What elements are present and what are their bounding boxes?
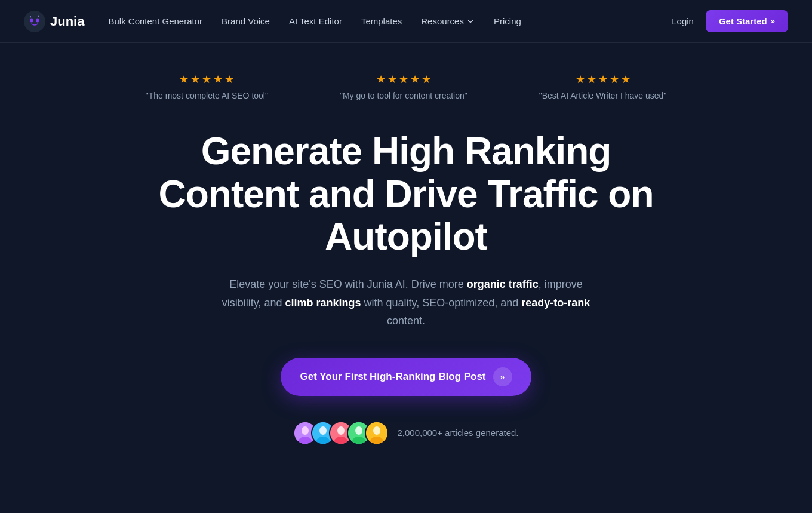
- star-icon: ★: [202, 73, 211, 86]
- cta-label: Get Your First High-Ranking Blog Post: [300, 371, 485, 383]
- hero-subtitle: Elevate your site's SEO with Junia AI. D…: [209, 275, 603, 330]
- navbar-right: Login Get Started »: [672, 10, 788, 32]
- avatar-5: [365, 421, 389, 445]
- stars-1: ★ ★ ★ ★ ★: [179, 73, 234, 86]
- star-icon: ★: [598, 73, 608, 86]
- cta-button[interactable]: Get Your First High-Ranking Blog Post »: [281, 358, 531, 396]
- nav-links: Bulk Content Generator Brand Voice AI Te…: [108, 16, 521, 26]
- star-icon: ★: [587, 73, 596, 86]
- double-chevron-icon: »: [771, 17, 775, 26]
- logo[interactable]: Junia: [24, 11, 84, 32]
- svg-point-10: [337, 426, 345, 435]
- star-icon: ★: [224, 73, 234, 86]
- features-row: AI writer Generate comprehensive people-…: [0, 493, 812, 513]
- subtitle-end: content.: [387, 315, 425, 327]
- navbar: Junia Bulk Content Generator Brand Voice…: [0, 0, 812, 43]
- review-item-2: ★ ★ ★ ★ ★ "My go to tool for content cre…: [340, 73, 467, 100]
- stars-3: ★ ★ ★ ★ ★: [576, 73, 630, 86]
- star-icon: ★: [190, 73, 200, 86]
- review-text-1: "The most complete AI SEO tool": [146, 91, 268, 100]
- resources-link[interactable]: Resources: [421, 16, 475, 26]
- svg-point-7: [319, 426, 327, 435]
- reviews-row: ★ ★ ★ ★ ★ "The most complete AI SEO tool…: [146, 73, 667, 100]
- star-icon: ★: [610, 73, 619, 86]
- pricing-link[interactable]: Pricing: [494, 16, 521, 26]
- subtitle-plain: Elevate your site's SEO with Junia AI. D…: [229, 278, 467, 290]
- login-button[interactable]: Login: [672, 16, 694, 26]
- svg-point-0: [24, 11, 45, 32]
- star-icon: ★: [179, 73, 189, 86]
- junia-logo-icon: [24, 11, 45, 32]
- review-item-1: ★ ★ ★ ★ ★ "The most complete AI SEO tool…: [146, 73, 268, 100]
- svg-point-4: [302, 426, 309, 435]
- resources-label: Resources: [421, 16, 464, 26]
- avatars-row: 2,000,000+ articles generated.: [293, 421, 518, 445]
- star-icon: ★: [576, 73, 585, 86]
- star-icon: ★: [376, 73, 386, 86]
- articles-count-text: 2,000,000+ articles generated.: [397, 428, 518, 438]
- get-started-label: Get Started: [719, 16, 767, 26]
- subtitle-bold-1: organic traffic: [467, 278, 539, 290]
- star-icon: ★: [410, 73, 420, 86]
- get-started-button[interactable]: Get Started »: [706, 10, 788, 32]
- avatar-image-5: [366, 422, 387, 444]
- subtitle-mid-2: with quality, SEO-optimized, and: [361, 297, 521, 309]
- star-icon: ★: [213, 73, 223, 86]
- star-icon: ★: [399, 73, 408, 86]
- svg-point-1: [30, 18, 33, 22]
- ai-text-editor-link[interactable]: AI Text Editor: [289, 16, 342, 26]
- svg-point-13: [355, 426, 362, 435]
- navbar-left: Junia Bulk Content Generator Brand Voice…: [24, 11, 521, 32]
- star-icon: ★: [621, 73, 630, 86]
- brand-voice-link[interactable]: Brand Voice: [222, 16, 270, 26]
- logo-text: Junia: [50, 14, 84, 29]
- subtitle-bold-3: ready-to-rank: [521, 297, 590, 309]
- avatars-group: [293, 421, 389, 445]
- chevron-down-icon: [466, 17, 475, 26]
- svg-point-16: [373, 426, 380, 435]
- stars-2: ★ ★ ★ ★ ★: [376, 73, 431, 86]
- hero-section: ★ ★ ★ ★ ★ "The most complete AI SEO tool…: [0, 43, 812, 481]
- templates-link[interactable]: Templates: [361, 16, 402, 26]
- bulk-content-generator-link[interactable]: Bulk Content Generator: [108, 16, 202, 26]
- star-icon: ★: [387, 73, 397, 86]
- review-item-3: ★ ★ ★ ★ ★ "Best AI Article Writer I have…: [539, 73, 667, 100]
- cta-arrow-icon: »: [493, 367, 512, 386]
- review-text-2: "My go to tool for content creation": [340, 91, 467, 100]
- subtitle-bold-2: climb rankings: [285, 297, 361, 309]
- hero-title: Generate High Ranking Content and Drive …: [149, 130, 663, 259]
- star-icon: ★: [422, 73, 431, 86]
- review-text-3: "Best AI Article Writer I have used": [539, 91, 667, 100]
- svg-point-2: [36, 18, 39, 22]
